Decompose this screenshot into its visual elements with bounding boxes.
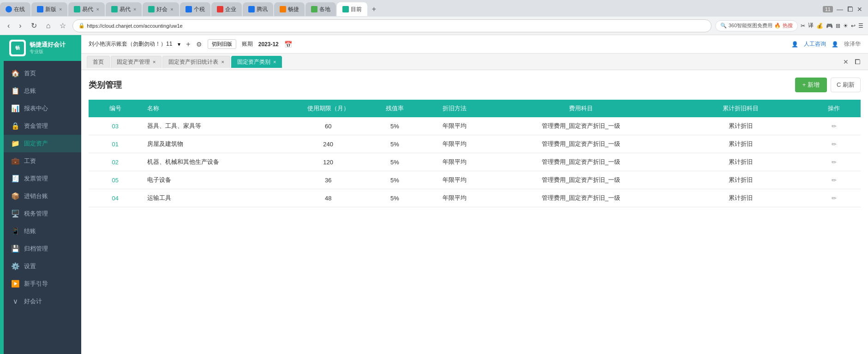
- fixed-assets-icon: 📁: [11, 139, 19, 148]
- wallet-icon[interactable]: 💰: [816, 23, 823, 29]
- menu-icon[interactable]: ☰: [858, 23, 863, 29]
- sidebar-item-reports[interactable]: 📊 报表中心: [4, 100, 81, 117]
- switch-version-button[interactable]: 切到旧版: [208, 39, 236, 49]
- restore-icon[interactable]: ⧠: [847, 6, 853, 13]
- game-icon[interactable]: 🎮: [826, 23, 833, 29]
- sidebar-item-ledger[interactable]: 📋 总账: [4, 82, 81, 100]
- window-close-button[interactable]: ✕: [841, 57, 850, 66]
- sidebar: 畅 畅捷通好会计 专业版 🏠 首页 📋 总账 📊 报表中心 🔒 资金管理: [4, 35, 81, 354]
- browser-tab-current[interactable]: 目前: [337, 2, 367, 16]
- home-button[interactable]: ⌂: [43, 21, 54, 31]
- browser-tab-gedi[interactable]: 各地: [305, 2, 336, 16]
- window-maximize-button[interactable]: ⧠: [852, 57, 862, 66]
- sidebar-item-guide[interactable]: ▶️ 新手引导: [4, 275, 81, 293]
- browser-tab-yidai2[interactable]: 易代 ×: [106, 2, 142, 16]
- sidebar-item-invoice[interactable]: 🧾 发票管理: [4, 170, 81, 187]
- browser-tab-tencent[interactable]: 腾讯: [243, 2, 273, 16]
- tab-close-icon[interactable]: ×: [133, 6, 136, 12]
- tab-fixed-mgmt[interactable]: 固定资产管理 ×: [111, 56, 162, 68]
- tab-close-fixed-mgmt[interactable]: ×: [153, 59, 156, 65]
- history-icon[interactable]: ↩: [851, 23, 856, 29]
- browser-tab-new[interactable]: 新版 ×: [31, 2, 67, 16]
- search-icon: 🔍: [720, 23, 727, 29]
- row-code-05[interactable]: 05: [89, 171, 142, 189]
- sidebar-item-fixed-assets[interactable]: 📁 固定资产: [4, 135, 81, 152]
- period-value: 2023-12: [258, 41, 279, 48]
- tab-home[interactable]: 首页: [87, 56, 110, 68]
- user-info: 刘小艳演示账套（勿删勿动！）11: [89, 40, 172, 48]
- tab-categories[interactable]: 固定资产类别 ×: [231, 56, 282, 68]
- browser-tab-online[interactable]: 在线: [0, 2, 30, 16]
- tab-close-categories[interactable]: ×: [273, 59, 276, 65]
- row-code-01[interactable]: 01: [89, 135, 142, 153]
- sidebar-item-home[interactable]: 🏠 首页: [4, 65, 81, 82]
- browser-toolbar: ‹ › ↻ ⌂ ☆ 🔒 https://cloud.chanjet.com/ac…: [0, 17, 868, 35]
- brightness-icon[interactable]: ☀: [843, 23, 848, 29]
- row-expense-04: 管理费用_固定资产折旧_一级: [488, 189, 674, 207]
- row-name-02: 机器、机械和其他生产设备: [142, 153, 288, 171]
- edit-button-01[interactable]: ✏: [832, 141, 837, 148]
- bookmark-button[interactable]: ☆: [57, 20, 69, 31]
- search-box[interactable]: 🔍 360智能抠图免费用 🔥 热搜: [715, 20, 798, 31]
- browser-tab-enterprise[interactable]: 企业: [211, 2, 242, 16]
- consult-label[interactable]: 人工咨询: [804, 40, 826, 48]
- user-expand-icon[interactable]: ▾: [178, 41, 180, 48]
- minimize-icon[interactable]: —: [837, 6, 843, 13]
- sidebar-item-more[interactable]: ∨ 好会计: [4, 293, 81, 310]
- edit-button-05[interactable]: ✏: [832, 177, 837, 184]
- tab-close-icon[interactable]: ×: [170, 6, 173, 12]
- sidebar-item-archive[interactable]: 💾 归档管理: [4, 240, 81, 258]
- reports-icon: 📊: [11, 104, 19, 113]
- sidebar-item-salary[interactable]: 💼 工资: [4, 152, 81, 170]
- back-button[interactable]: ‹: [5, 21, 12, 31]
- tab-depreciation[interactable]: 固定资产折旧统计表 ×: [162, 56, 230, 68]
- table-row: 02 机器、机械和其他生产设备 120 5% 年限平均 管理费用_固定资产折旧_…: [89, 153, 861, 171]
- address-bar[interactable]: 🔒 https://cloud.chanjet.com/accounting/u…: [72, 19, 711, 32]
- logo-icon: 畅: [9, 40, 26, 56]
- close-icon[interactable]: ✕: [857, 6, 862, 13]
- settings-button[interactable]: ⚙: [196, 41, 202, 48]
- lock-icon: 🔒: [78, 23, 85, 29]
- edit-button-03[interactable]: ✏: [832, 123, 837, 130]
- row-salvage-05: 5%: [368, 171, 421, 189]
- username-label: 徐泽华: [844, 40, 861, 48]
- sidebar-item-settings[interactable]: ⚙️ 设置: [4, 258, 81, 275]
- table-row: 05 电子设备 36 5% 年限平均 管理费用_固定资产折旧_一级 累计折旧 ✏: [89, 171, 861, 189]
- col-name: 名称: [142, 100, 288, 117]
- browser-tab-haohui[interactable]: 好会 ×: [143, 2, 179, 16]
- new-tab-button[interactable]: +: [368, 3, 380, 15]
- row-code-02[interactable]: 02: [89, 153, 142, 171]
- sidebar-item-tax[interactable]: 🖥️ 税务管理: [4, 205, 81, 222]
- forward-button[interactable]: ›: [16, 21, 24, 31]
- row-expense-02: 管理费用_固定资产折旧_一级: [488, 153, 674, 171]
- browser-tab-yidai1[interactable]: 易代 ×: [68, 2, 104, 16]
- row-code-03[interactable]: 03: [89, 117, 142, 135]
- row-salvage-03: 5%: [368, 117, 421, 135]
- edit-button-02[interactable]: ✏: [832, 159, 837, 166]
- sidebar-item-checkout[interactable]: 📱 结账: [4, 222, 81, 240]
- grid-icon[interactable]: ⊞: [836, 23, 840, 29]
- browser-tab-tax[interactable]: 个税: [180, 2, 210, 16]
- settings-icon: ⚙️: [11, 262, 19, 270]
- refresh-button[interactable]: ↻: [28, 20, 40, 31]
- add-category-button[interactable]: + 新增: [795, 78, 827, 92]
- app-wrapper: 畅 畅捷通好会计 专业版 🏠 首页 📋 总账 📊 报表中心 🔒 资金管理: [0, 35, 868, 354]
- row-code-04[interactable]: 04: [89, 189, 142, 207]
- edit-button-04[interactable]: ✏: [832, 195, 837, 202]
- browser-tab-changjie[interactable]: 畅捷: [274, 2, 305, 16]
- cut-icon[interactable]: ✂: [801, 23, 805, 29]
- col-depreciation: 累计折旧科目: [674, 100, 807, 117]
- refresh-table-button[interactable]: C 刷新: [831, 78, 861, 92]
- sidebar-item-funds[interactable]: 🔒 资金管理: [4, 117, 81, 135]
- calendar-icon[interactable]: 📅: [284, 41, 292, 48]
- tab-close-depreciation[interactable]: ×: [221, 59, 224, 65]
- sidebar-item-purchase-sales[interactable]: 📦 进销台账: [4, 187, 81, 205]
- user-avatar-icon: 👤: [832, 41, 838, 48]
- tab-close-icon[interactable]: ×: [59, 6, 62, 12]
- row-name-01: 房屋及建筑物: [142, 135, 288, 153]
- translate-icon[interactable]: 译: [808, 22, 814, 30]
- row-method-03: 年限平均: [421, 117, 488, 135]
- tab-close-icon[interactable]: ×: [96, 6, 99, 12]
- add-account-button[interactable]: +: [186, 40, 190, 48]
- left-accent-strip: [0, 35, 4, 354]
